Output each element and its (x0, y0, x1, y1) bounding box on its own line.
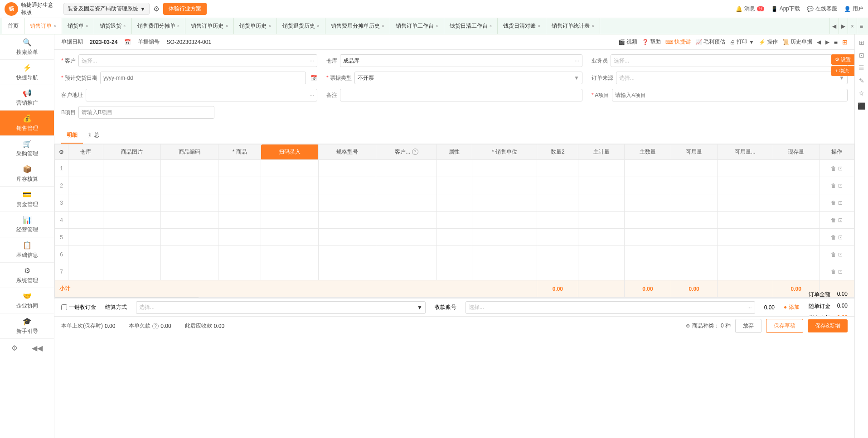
row-1-copy-icon[interactable]: ⊡ (838, 165, 843, 172)
row-4-delete-icon[interactable]: 🗑 (831, 217, 836, 223)
row-1-delete-icon[interactable]: 🗑 (831, 165, 836, 172)
row-1-warehouse[interactable] (68, 160, 103, 177)
row-1-main-unit[interactable] (578, 160, 625, 177)
customer-select[interactable]: 选择... ··· (78, 54, 317, 67)
tab-summary[interactable]: 汇总 (83, 128, 105, 144)
right-icon-4[interactable]: ✎ (856, 75, 868, 87)
row-5-copy-icon[interactable]: ⊡ (838, 234, 843, 241)
tab-sales-goods[interactable]: 销货单 × (62, 18, 94, 34)
tab-sales-expense[interactable]: 销售费用分摊单 × (132, 18, 186, 34)
row-2-cust[interactable] (376, 177, 437, 194)
gear-icon[interactable]: ⚙ (153, 5, 160, 13)
address-select[interactable]: ··· (86, 89, 317, 101)
right-icon-2[interactable]: ⊡ (856, 49, 868, 61)
row-6-copy-icon[interactable]: ⊡ (838, 251, 843, 258)
right-icon-5[interactable]: ☆ (856, 87, 868, 99)
sidebar-settings-icon[interactable]: ⚙ (11, 344, 18, 352)
sidebar-item-sales[interactable]: 💰 销售管理 (0, 111, 54, 136)
sidebar-item-purchase[interactable]: 🛒 采购管理 (0, 136, 54, 161)
goods-icon[interactable]: ⊙ (686, 322, 690, 329)
payment-method-select[interactable]: 选择... ▼ (136, 301, 426, 314)
warehouse-dots[interactable]: ··· (575, 58, 579, 64)
sidebar-item-system[interactable]: ⚙ 系统管理 (0, 263, 54, 288)
sidebar-item-enterprise[interactable]: 🤝 企业协同 (0, 288, 54, 313)
online-service-btn[interactable]: 💬 在线客服 (807, 5, 837, 13)
b-project-input[interactable] (78, 106, 214, 119)
tab-daily-clear[interactable]: 钱货日清工作台 × (444, 18, 498, 34)
sidebar-item-inventory[interactable]: 📦 库存核算 (0, 161, 54, 187)
sidebar-item-search[interactable]: 🔍 搜索菜单 (0, 34, 54, 60)
a-project-input[interactable] (612, 89, 848, 101)
sidebar-collapse-icon[interactable]: ◀◀ (32, 344, 43, 352)
tab-order-workbench[interactable]: 销售订单工作台 × (390, 18, 444, 34)
row-3-delete-icon[interactable]: 🗑 (831, 200, 836, 206)
row-2-spec[interactable] (319, 177, 376, 194)
row-2-attr[interactable] (437, 177, 472, 194)
receipt-dots[interactable]: ··· (747, 304, 752, 311)
row-5-delete-icon[interactable]: 🗑 (831, 234, 836, 241)
row-2-unit[interactable] (472, 177, 537, 194)
user-btn[interactable]: 👤 用户 (844, 5, 863, 13)
customer-dots[interactable]: ··· (310, 58, 314, 64)
industry-btn[interactable]: 体验行业方案 (163, 3, 207, 15)
salesperson-select[interactable]: 选择... ··· (611, 54, 848, 67)
system-selector[interactable]: 装备及固定资产辅助管理系统 ▼ (63, 3, 150, 15)
nav-prev-arrow[interactable]: ◀ (829, 18, 839, 34)
tab-sales-order[interactable]: 销售订单 × (24, 18, 62, 34)
order-source-select[interactable]: 选择... ▼ (616, 72, 848, 84)
app-download-btn[interactable]: 📱 App下载 (771, 5, 800, 13)
shortcut-btn[interactable]: ⌨ 快捷键 (665, 38, 691, 46)
add-payment-btn[interactable]: ● 添加 (784, 303, 800, 311)
sidebar-item-operations[interactable]: 📊 经营管理 (0, 212, 54, 237)
messages-btn[interactable]: 🔔 消息 9 (736, 5, 764, 13)
row-4-copy-icon[interactable]: ⊡ (838, 217, 843, 223)
save-draft-btn[interactable]: 保存草稿 (766, 319, 803, 333)
delivery-input[interactable] (100, 72, 306, 84)
next-page-icon[interactable]: ▶ (825, 39, 829, 45)
row-7-delete-icon[interactable]: 🗑 (831, 269, 836, 275)
row-1-image[interactable] (103, 160, 161, 177)
row-2-main-unit[interactable] (578, 177, 625, 194)
row-1-avail2[interactable] (717, 160, 773, 177)
row-2-name[interactable] (218, 177, 261, 194)
right-icon-3[interactable]: ☰ (856, 62, 868, 74)
remark-input[interactable] (340, 89, 582, 101)
row-6-delete-icon[interactable]: 🗑 (831, 251, 836, 258)
save-new-btn[interactable]: 保存&新增 (808, 319, 848, 332)
info-circle-icon[interactable]: ? (152, 323, 159, 329)
row-1-unit[interactable] (472, 160, 537, 177)
row-1-code[interactable] (161, 160, 218, 177)
row-1-cust[interactable] (376, 160, 437, 177)
grid-view-icon[interactable]: ⊞ (842, 39, 848, 46)
row-1-spec[interactable] (319, 160, 376, 177)
sidebar-item-shortcuts[interactable]: ⚡ 快捷导航 (0, 60, 54, 85)
history-btn[interactable]: 📜 历史单据 (782, 38, 812, 46)
row-2-main-qty[interactable] (625, 177, 671, 194)
one-click-input[interactable] (61, 304, 67, 310)
view-video-btn[interactable]: 🎬 视频 (618, 38, 637, 46)
row-2-qty2[interactable] (537, 177, 578, 194)
tab-order-history[interactable]: 销售订单历史 × (185, 18, 234, 34)
nav-menu[interactable]: ≡ (857, 18, 866, 34)
delivery-calendar-icon[interactable]: 📅 (310, 75, 317, 81)
prev-page-icon[interactable]: ◀ (817, 39, 821, 45)
warehouse-select[interactable]: 成品库 ··· (340, 54, 582, 67)
col-settings[interactable]: ⚙ (55, 144, 68, 160)
list-view-icon[interactable]: ≡ (834, 39, 838, 46)
address-dots[interactable]: ··· (310, 92, 314, 98)
right-icon-1[interactable]: ⊞ (856, 37, 868, 48)
close-sales-goods[interactable]: × (86, 24, 88, 29)
close-sales-return[interactable]: × (123, 24, 126, 29)
tab-detail[interactable]: 明细 (61, 128, 83, 144)
row-2-warehouse[interactable] (68, 177, 103, 194)
help-btn[interactable]: ❓ 帮助 (642, 38, 661, 46)
profit-btn[interactable]: 📈 毛利预估 (695, 38, 725, 46)
row-1-qty2[interactable] (537, 160, 578, 177)
row-1-attr[interactable] (437, 160, 472, 177)
row-2-avail1[interactable] (671, 177, 717, 194)
tab-home[interactable]: 首页 (2, 18, 24, 34)
row-2-avail2[interactable] (717, 177, 773, 194)
cust-code-info-icon[interactable]: ? (412, 149, 418, 155)
operation-btn[interactable]: ⚡ 操作 (759, 38, 778, 46)
right-icon-6[interactable]: ⬛ (856, 100, 868, 112)
